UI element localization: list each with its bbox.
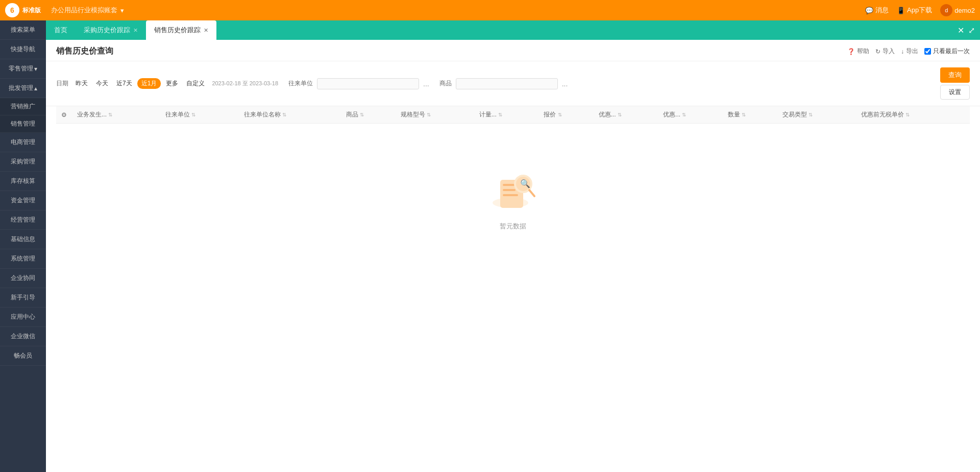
product-filter-group: 商品 ...	[439, 78, 568, 89]
partner-input[interactable]	[317, 78, 419, 89]
sidebar-item-membership[interactable]: 畅会员	[0, 346, 46, 366]
col-product[interactable]: 商品 ⇅	[341, 106, 396, 124]
sort-icon-trade-type: ⇅	[808, 112, 813, 117]
import-btn[interactable]: ↻ 导入	[875, 47, 895, 56]
help-btn[interactable]: ❓ 帮助	[847, 47, 869, 56]
col-partner-code[interactable]: 往来单位 ⇅	[160, 106, 239, 124]
page-header: 销售历史价查询 ❓ 帮助 ↻ 导入 ↓ 导出	[46, 40, 980, 61]
sidebar-item-retail-mgmt[interactable]: 零售管理 ▾	[0, 59, 46, 79]
logo-text: 标准版	[22, 6, 41, 15]
sidebar-item-inventory[interactable]: 库存核算	[0, 172, 46, 191]
chevron-down-icon: ▾	[34, 65, 37, 73]
date-filter-group: 日期 昨天 今天 近7天 近1月 更多 自定义 2023-02-18 至 202…	[56, 78, 278, 89]
sort-icon-partner-code: ⇅	[191, 112, 195, 117]
tab-sales-history[interactable]: 销售历史价跟踪 ✕	[146, 20, 216, 40]
help-label: 帮助	[857, 47, 869, 56]
sidebar-item-system[interactable]: 系统管理	[0, 249, 46, 269]
app-title: 办公用品行业模拟账套	[51, 6, 117, 15]
date-btn-today[interactable]: 今天	[93, 78, 111, 89]
sidebar-item-marketing[interactable]: 营销推广	[0, 98, 46, 115]
sidebar-item-finance[interactable]: 资金管理	[0, 191, 46, 210]
tab-sales-history-close[interactable]: ✕	[204, 27, 208, 34]
svg-rect-4	[503, 194, 518, 196]
sidebar-item-quick-nav[interactable]: 快捷导航	[0, 40, 46, 59]
date-btn-yesterday[interactable]: 昨天	[72, 78, 91, 89]
main-layout: 搜索菜单 快捷导航 零售管理 ▾ 批发管理 ▴ 营销推广 销售管理 电商管理 采…	[0, 20, 980, 472]
col-trade-type[interactable]: 交易类型 ⇅	[777, 106, 856, 124]
maximize-icon[interactable]: ⤢	[968, 26, 975, 35]
partner-dots: ...	[423, 80, 429, 88]
close-window-icon[interactable]: ✕	[958, 26, 964, 35]
date-btn-last1month[interactable]: 近1月	[137, 78, 161, 89]
col-quantity[interactable]: 数量 ⇅	[723, 106, 777, 124]
content-area: 首页 采购历史价跟踪 ✕ 销售历史价跟踪 ✕ ✕ ⤢ 销售历史价查询	[46, 20, 980, 472]
page-header-actions: ❓ 帮助 ↻ 导入 ↓ 导出 只看最后一次	[847, 47, 970, 56]
date-label: 日期	[56, 79, 68, 88]
col-discount2[interactable]: 优惠... ⇅	[658, 106, 723, 124]
only-last-checkbox[interactable]	[924, 48, 931, 55]
col-biz-date[interactable]: 业务发生... ⇅	[72, 106, 160, 124]
import-label: 导入	[883, 47, 895, 56]
date-btn-last7days[interactable]: 近7天	[113, 78, 135, 89]
col-settings[interactable]: ⚙	[56, 106, 72, 124]
app-title-area[interactable]: 办公用品行业模拟账套 ▾	[51, 6, 865, 15]
only-last-checkbox-label[interactable]: 只看最后一次	[924, 47, 970, 56]
sidebar-item-search-menu[interactable]: 搜索菜单	[0, 20, 46, 40]
product-label: 商品	[439, 79, 452, 88]
sidebar-item-enterprise-wechat[interactable]: 企业微信	[0, 327, 46, 346]
col-price[interactable]: 报价 ⇅	[538, 106, 593, 124]
empty-text: 暂元数据	[500, 222, 526, 231]
sort-icon-product: ⇅	[360, 112, 364, 117]
app-download-btn[interactable]: 📱 App下载	[897, 6, 932, 15]
col-discount1[interactable]: 优惠... ⇅	[594, 106, 658, 124]
date-btn-custom[interactable]: 自定义	[183, 78, 208, 89]
date-shortcuts: 昨天 今天 近7天 近1月 更多 自定义	[72, 78, 208, 89]
sidebar-item-basic-info[interactable]: 基础信息	[0, 230, 46, 249]
top-bar-right: 💬 消息 📱 App下载 d demo2	[865, 4, 975, 16]
product-input[interactable]	[456, 78, 558, 89]
date-range-display: 2023-02-18 至 2023-03-18	[212, 80, 278, 87]
chevron-up-icon: ▴	[34, 85, 37, 92]
sidebar-item-operations[interactable]: 经营管理	[0, 210, 46, 230]
sidebar-item-purchase-mgmt[interactable]: 采购管理	[0, 152, 46, 172]
svg-text:🔍: 🔍	[520, 179, 530, 188]
app-download-label: App下载	[907, 6, 932, 15]
message-btn[interactable]: 💬 消息	[865, 6, 889, 15]
sidebar-item-enterprise[interactable]: 企业协同	[0, 269, 46, 288]
sort-icon-unit: ⇅	[498, 112, 502, 117]
tab-purchase-history-close[interactable]: ✕	[133, 27, 138, 34]
sort-icon-partner-name: ⇅	[282, 112, 286, 117]
filter-actions: 查询 设置	[940, 67, 970, 100]
filter-bar: 日期 昨天 今天 近7天 近1月 更多 自定义 2023-02-18 至 202…	[46, 61, 980, 106]
sidebar-item-sales-mgmt[interactable]: 销售管理	[0, 115, 46, 133]
sidebar-item-app-center[interactable]: 应用中心	[0, 308, 46, 327]
sidebar-item-ecommerce[interactable]: 电商管理	[0, 133, 46, 152]
sort-icon-pretax-price: ⇅	[905, 112, 910, 117]
query-button[interactable]: 查询	[940, 67, 970, 83]
col-partner-name[interactable]: 往来单位名称 ⇅	[239, 106, 341, 124]
sidebar-item-guide[interactable]: 新手引导	[0, 288, 46, 308]
user-name: demo2	[954, 7, 975, 14]
tab-purchase-history[interactable]: 采购历史价跟踪 ✕	[76, 20, 146, 40]
export-btn[interactable]: ↓ 导出	[901, 47, 918, 56]
user-menu[interactable]: d demo2	[940, 4, 975, 16]
tab-purchase-history-label: 采购历史价跟踪	[84, 26, 130, 35]
export-label: 导出	[906, 47, 918, 56]
message-label: 消息	[875, 6, 889, 15]
partner-label: 往来单位	[288, 79, 313, 88]
tab-home[interactable]: 首页	[46, 20, 76, 40]
sort-icon-discount1: ⇅	[618, 112, 622, 117]
tab-bar-actions: ✕ ⤢	[958, 26, 980, 35]
col-pretax-price[interactable]: 优惠前无税单价 ⇅	[856, 106, 970, 124]
dropdown-icon[interactable]: ▾	[120, 7, 124, 14]
settings-button[interactable]: 设置	[940, 85, 970, 100]
page-content: 销售历史价查询 ❓ 帮助 ↻ 导入 ↓ 导出	[46, 40, 980, 472]
sort-icon-biz-date: ⇅	[108, 112, 112, 117]
date-btn-more[interactable]: 更多	[163, 78, 181, 89]
import-icon: ↻	[875, 48, 880, 55]
help-icon: ❓	[847, 48, 855, 55]
product-dots: ...	[562, 80, 568, 88]
col-spec[interactable]: 规格型号 ⇅	[396, 106, 474, 124]
sidebar-item-wholesale-mgmt[interactable]: 批发管理 ▴	[0, 79, 46, 98]
col-unit[interactable]: 计量... ⇅	[474, 106, 539, 124]
